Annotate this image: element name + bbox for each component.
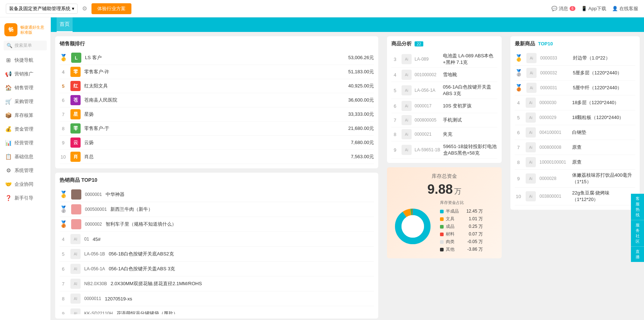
topbar-app[interactable]: 📱 App下载 — [581, 5, 606, 12]
rank-row: 6 苍 苍南县人民医院 36,600.00元 — [60, 93, 374, 107]
new-product-img: Ai — [526, 142, 536, 152]
sidebar-item-purchase[interactable]: 🛒 采购管理 — [0, 95, 50, 108]
hot-products-card: 热销商品 TOP10 🥇 0000001 中华神器 🥈 000500001 — [55, 173, 378, 319]
rank-name: 星扬 — [84, 111, 345, 118]
popular-row: 6 Ai 0000017 10S 变初罗孩 — [391, 99, 497, 113]
new-product-img: Ai — [526, 127, 536, 138]
float-btn-live[interactable]: 直播 — [631, 247, 644, 262]
service-label: 在线客服 — [619, 5, 638, 12]
topbar-select[interactable]: 装备及固定资产辅助管理系统 ▾ — [6, 4, 78, 14]
popular-badge: 22 — [415, 41, 423, 46]
sidebar-item-newbie[interactable]: ❓ 新手引导 — [0, 191, 50, 205]
sidebar-item-coop[interactable]: 🤝 企业协同 — [0, 177, 50, 191]
inventory-amount: 9.88 — [427, 182, 453, 197]
rank-name: 零售客户-于 — [84, 125, 345, 132]
sidebar-item-inventory[interactable]: 📦 库存核算 — [0, 108, 50, 122]
product-img — [71, 219, 81, 229]
popular-list: 3 Ai LA-089 电池盖 LA-089 ABS本色+黑种 7.1克 4 A… — [391, 51, 497, 159]
product-row: 🥈 000500001 新西兰牛肉（新牛） — [60, 202, 374, 217]
popular-img: Ai — [402, 145, 412, 155]
sidebar: 畅 畅捷通好生意 标准版 🔍 搜索菜单 ⊞ 快捷导航 📢 营销推广 🏠 销售管理… — [0, 17, 51, 320]
popular-img: Ai — [402, 70, 412, 80]
inventory-icon: 📦 — [5, 112, 12, 119]
finance-icon: 💰 — [5, 126, 12, 132]
topbar-system-name: 装备及固定资产辅助管理系统 — [9, 5, 70, 12]
new-products-subtitle: TOP10 — [538, 41, 553, 46]
popular-img: Ai — [402, 85, 412, 95]
legend-item: 肉类 -0.05 万 — [440, 239, 483, 245]
new-product-img: Ai — [526, 68, 537, 78]
new-product-img: Ai — [526, 83, 537, 93]
nav-home[interactable]: 首页 — [57, 17, 73, 32]
product-row: 7 AI NB2.0X30B 2.0X30MM双搓花轴.搓花直径2.1MM/RO… — [60, 276, 374, 291]
service-icon: 👤 — [612, 6, 618, 11]
sidebar-item-system[interactable]: ⚙ 系统管理 — [0, 164, 50, 177]
rank-avatar: 零 — [70, 123, 81, 134]
gold-medal-icon: 🥇 — [515, 54, 523, 62]
trial-btn[interactable]: 体验行业方案 — [91, 3, 131, 14]
new-products-list: 🥇 Ai 0000033 封边带（1.0*22） 🥈 Ai 0000032 5厘… — [515, 51, 635, 205]
popular-img: Ai — [402, 101, 412, 111]
left-panel: 销售额排行 🥇 L LS 客户 53,006.26元 4 零 — [51, 32, 383, 320]
new-product-img: Ai — [526, 157, 536, 167]
purchase-icon: 🛒 — [5, 98, 12, 105]
rank-row: 7 星 星扬 33,333.00元 — [60, 107, 374, 122]
logo-icon: 畅 — [4, 23, 17, 36]
legend-dot-2 — [440, 217, 444, 221]
search-menu[interactable]: 🔍 搜索菜单 — [4, 41, 47, 50]
legend-dot-5 — [440, 240, 444, 244]
coop-icon: 🤝 — [5, 181, 12, 188]
product-img: AI — [70, 294, 81, 304]
new-product-img: Ai — [526, 112, 536, 123]
new-product-row: 4 Ai 0000030 18多层（1220*2440） — [515, 95, 635, 110]
rank-amount: 53,006.26元 — [348, 54, 374, 61]
rank-amount: 21,680.00元 — [348, 125, 374, 132]
inventory-title: 库存总资金 — [393, 173, 496, 180]
popular-row: 9 Ai LA-59651-1B 59651-1B旋转投影灯电池盒ABS黑色+5… — [391, 141, 497, 159]
app-label: App下载 — [588, 5, 606, 12]
hot-products-list: 🥇 0000001 中华神器 🥈 000500001 新西兰牛肉（新牛） — [60, 187, 374, 314]
rank-name: 苍南县人民医院 — [84, 97, 345, 103]
sidebar-item-sales[interactable]: 🏠 销售管理 — [0, 81, 50, 95]
product-row: 6 AI LA-056-1A 056-1A白色按键开关盖ABS 3克 — [60, 262, 374, 276]
rank-avatar: 肖 — [70, 152, 81, 162]
legend-item: 其他 -3.86 万 — [440, 246, 483, 253]
rank-amount: 7,680.00元 — [351, 139, 374, 146]
newbie-icon: ❓ — [5, 195, 12, 201]
msg-badge: 6 — [570, 6, 575, 11]
sidebar-item-marketing[interactable]: 📢 营销推广 — [0, 67, 50, 81]
new-product-img: Ai — [526, 53, 537, 63]
main-nav: 首页 — [51, 17, 644, 32]
topbar-service[interactable]: 👤 在线客服 — [612, 5, 638, 12]
sidebar-item-quick-nav[interactable]: ⊞ 快捷导航 — [0, 53, 50, 67]
gear-icon[interactable]: ⚙ — [82, 5, 87, 12]
rank-avatar: 星 — [70, 109, 81, 119]
silver-medal-icon: 🥈 — [60, 205, 68, 213]
new-product-row: 7 Ai 000800008 原查 — [515, 140, 635, 155]
gold-medal-icon: 🥇 — [60, 190, 68, 198]
sales-icon: 🏠 — [5, 85, 12, 91]
product-img: AI — [70, 234, 81, 244]
sidebar-item-operations[interactable]: 📊 经营管理 — [0, 136, 50, 150]
rank-amount: 51,183.00元 — [348, 69, 374, 75]
float-buttons: 客服热线 服务社区 直播 — [631, 194, 644, 262]
rank-row: 10 肖 肖总 7,563.00元 — [60, 150, 374, 164]
sidebar-logo: 畅 畅捷通好生意 标准版 — [0, 20, 50, 41]
main-content: 销售额排行 🥇 L LS 客户 53,006.26元 4 零 — [51, 32, 644, 320]
topbar-msg[interactable]: 💬 消息 6 — [551, 5, 575, 12]
rank-row: 8 零 零售客户-于 21,680.00元 — [60, 122, 374, 136]
rank-avatar: L — [71, 53, 81, 63]
operations-icon: 📊 — [5, 140, 12, 146]
float-btn-community[interactable]: 服务社区 — [631, 220, 644, 247]
float-btn-service[interactable]: 客服热线 — [631, 194, 644, 220]
new-product-row: 8 Ai 10000100001 原查 — [515, 155, 635, 170]
quick-nav-icon: ⊞ — [5, 57, 12, 63]
rank-amount: 36,600.00元 — [348, 97, 374, 103]
layout: 畅 畅捷通好生意 标准版 🔍 搜索菜单 ⊞ 快捷导航 📢 营销推广 🏠 销售管理… — [0, 17, 644, 320]
inventory-chart: 库存资金占比 半成品 12.45 万 文具 1.01 万 — [393, 200, 496, 253]
new-product-row: 🥈 Ai 0000032 5厘多层（1220*2440） — [515, 66, 635, 81]
sidebar-item-finance[interactable]: 💰 资金管理 — [0, 122, 50, 136]
new-products-card: 最新商品 TOP10 🥇 Ai 0000033 封边带（1.0*22） 🥈 Ai — [510, 36, 640, 210]
rank-name: 肖总 — [84, 153, 347, 160]
sidebar-item-basics[interactable]: 📋 基础信息 — [0, 150, 50, 164]
